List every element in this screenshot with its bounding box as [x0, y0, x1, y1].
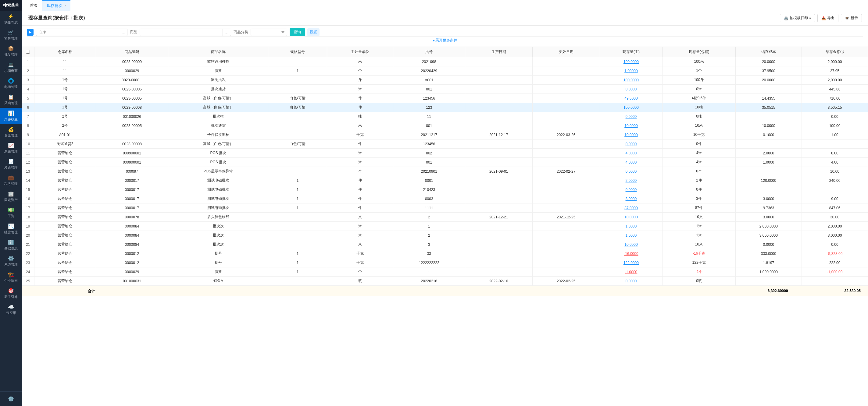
sidebar-item-inventory[interactable]: 📊 库存核查 — [0, 108, 22, 124]
table-cell: 1,000.0000 — [735, 267, 802, 276]
table-cell[interactable]: 4.0000 — [600, 158, 662, 167]
table-cell: 122千克 — [662, 258, 736, 267]
sidebar-item-finance[interactable]: 💰 资金管理 — [0, 124, 22, 140]
operations-icon: 📉 — [8, 223, 14, 229]
sidebar-item-ecom[interactable]: 🌐 电商管理 — [0, 75, 22, 92]
sidebar-item-label: 系统管理 — [4, 262, 18, 267]
table-container[interactable]: 仓库名称 商品编码 商品名称 规格型号 主计量单位 批号 生产日期 失效日期 现… — [22, 47, 868, 406]
tab-home[interactable]: 首页 — [26, 0, 42, 11]
tab-active[interactable]: 库存批次 × — [42, 0, 70, 11]
sidebar-item-label: 资金管理 — [4, 133, 18, 138]
hide-button[interactable]: 👁️ 显示 — [841, 14, 862, 22]
sidebar-item-quick-nav[interactable]: ⚡ 快捷导航 — [0, 11, 22, 27]
search-button[interactable]: 查询 — [290, 28, 305, 36]
export-button[interactable]: 📤 导出 — [817, 14, 838, 22]
table-cell[interactable]: 10.0000 — [600, 240, 662, 249]
sidebar-item-mini-ecom[interactable]: 💻 小脑电商 — [0, 59, 22, 75]
table-cell[interactable]: 87.0000 — [600, 203, 662, 212]
export-icon: 📤 — [822, 16, 826, 21]
settings-link[interactable]: 设置 — [307, 28, 319, 36]
sidebar-item-summary[interactable]: 📈 总账管理 — [0, 140, 22, 156]
row-num: 21 — [22, 240, 34, 249]
table-cell[interactable]: 10.0000 — [600, 121, 662, 130]
table-cell: 鲜鱼A — [168, 276, 268, 286]
sidebar-item-fixed-asset[interactable]: 🏢 固定资产 — [0, 189, 22, 205]
table-cell: 件 — [327, 94, 393, 103]
product-input[interactable] — [140, 29, 223, 36]
table-cell: 批次通货 — [168, 85, 268, 94]
table-cell[interactable]: 122.0000 — [600, 258, 662, 267]
category-select[interactable] — [251, 29, 287, 36]
table-cell: 445.86 — [802, 85, 868, 94]
table-cell: 白色/可情 — [268, 94, 327, 103]
table-cell: 10.0000 — [735, 121, 802, 130]
sidebar-logo[interactable]: 搜索菜单 — [0, 0, 22, 11]
table-cell: 3.0000 — [735, 194, 802, 203]
table-cell: 10米 — [662, 121, 736, 130]
table-row: 1110023-00009软软通用柳答米2021098100.0000100米2… — [22, 57, 868, 66]
sidebar-item-invoice[interactable]: 🧾 发票管理 — [0, 156, 22, 172]
tab-close-button[interactable]: × — [64, 4, 66, 7]
sidebar-item-retail[interactable]: 🛒 零售管理 — [0, 27, 22, 43]
table-cell: 千克 — [327, 130, 393, 139]
filter-expand-arrow[interactable]: ▶ — [27, 29, 34, 36]
sidebar-item-new-guide[interactable]: 🎯 新手引导 — [0, 285, 22, 302]
table-cell: 0000017 — [96, 176, 168, 185]
table-cell: 0.1000 — [735, 130, 802, 139]
sidebar-item-operations[interactable]: 📉 经营管理 — [0, 221, 22, 237]
warehouse-dots[interactable]: ... — [119, 29, 127, 36]
mini-ecom-icon: 💻 — [8, 62, 14, 68]
warehouse-input[interactable] — [36, 29, 119, 36]
table-cell[interactable]: 0.0000 — [600, 112, 662, 121]
table-cell: 0001 — [393, 176, 465, 185]
table-cell[interactable]: 0.0000 — [600, 167, 662, 176]
table-cell[interactable]: 4.0000 — [600, 149, 662, 158]
print-button[interactable]: 🖨️ 按模板打印 ▾ — [780, 14, 815, 22]
table-cell: 营营给仓 — [34, 185, 96, 194]
table-cell[interactable]: 3.0000 — [600, 194, 662, 203]
table-cell[interactable]: 10.0000 — [600, 130, 662, 139]
sidebar-item-wholesale[interactable]: 📦 批发管理 — [0, 43, 22, 59]
table-cell[interactable]: 0.0000 — [600, 85, 662, 94]
expand-conditions-button[interactable]: ▾ 展开更多条件 — [433, 38, 457, 43]
table-cell[interactable]: 0.0000 — [600, 185, 662, 194]
table-cell: 210423 — [393, 185, 465, 194]
table-cell[interactable]: 0.0000 — [600, 276, 662, 286]
table-cell[interactable]: 49.6000 — [600, 94, 662, 103]
sidebar-item-sys-mgmt[interactable]: ⚙️ 系统管理 — [0, 253, 22, 269]
select-all-checkbox[interactable] — [26, 49, 30, 54]
table-cell — [465, 158, 532, 167]
product-dots[interactable]: ... — [223, 29, 231, 36]
table-cell[interactable]: -1.0000 — [600, 267, 662, 276]
table-cell: 1米 — [662, 231, 736, 240]
table-cell[interactable]: 100.0000 — [600, 103, 662, 112]
table-cell[interactable]: -16.0000 — [600, 249, 662, 258]
table-cell: 0000012 — [96, 249, 168, 258]
table-cell[interactable]: 1.00000 — [600, 66, 662, 75]
sidebar-item-salary[interactable]: 💵 工资 — [0, 205, 22, 221]
table-cell: 件 — [327, 203, 393, 212]
table-cell — [268, 130, 327, 139]
table-row: 31号0023-0000...测测批次斤A001100.0000100斤20.0… — [22, 75, 868, 85]
table-cell: 1 — [268, 66, 327, 75]
table-cell — [268, 158, 327, 167]
sidebar-item-tax[interactable]: 💼 税务管理 — [0, 172, 22, 189]
table-cell: 001 — [393, 121, 465, 130]
sidebar-item-purchase[interactable]: 📋 采购管理 — [0, 92, 22, 108]
table-cell[interactable]: 0.0000 — [600, 139, 662, 149]
sidebar-item-cloud-app[interactable]: ☁️ 云应用 — [0, 302, 22, 318]
sidebar-item-basic-info[interactable]: ℹ️ 基础信息 — [0, 237, 22, 253]
sidebar-item-enterprise[interactable]: 🏗️ 企业协同 — [0, 269, 22, 285]
table-cell[interactable]: 2.0000 — [600, 176, 662, 185]
table-cell — [465, 85, 532, 94]
table-cell[interactable]: 100.0000 — [600, 57, 662, 66]
table-cell[interactable]: 100.0000 — [600, 75, 662, 85]
table-cell[interactable]: 1.0000 — [600, 222, 662, 231]
print-icon: 🖨️ — [784, 16, 788, 21]
table-cell[interactable]: 10.0000 — [600, 212, 662, 222]
sidebar-settings[interactable]: ⚙️ — [0, 394, 22, 404]
table-cell: 0000017 — [96, 194, 168, 203]
table-cell[interactable]: 1.0000 — [600, 231, 662, 240]
table-cell: 1个 — [662, 66, 736, 75]
row-num: 25 — [22, 276, 34, 286]
